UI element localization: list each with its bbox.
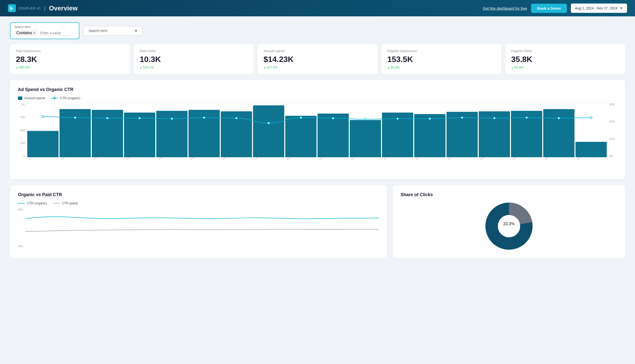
y-axis-left: 1K 750 500 250 0 [18, 103, 25, 158]
filter-operator-value: Contains [16, 31, 32, 35]
x-label: Oct 21, 2024 to... [415, 158, 438, 161]
x-label: Sep 23, 2024 to... [286, 158, 309, 161]
x-label-col: Aug 19, 2024 to... [124, 158, 155, 172]
bars-area [27, 103, 607, 158]
bar-col [414, 103, 445, 157]
y-label-0: 0 [18, 154, 25, 158]
x-label-col: Nov 25, 2024 to... [575, 158, 607, 172]
svg-text:22.3%: 22.3% [503, 222, 514, 226]
get-dashboard-link[interactable]: Get this dashboard for free [483, 6, 527, 10]
line-chart-y-axis: 40% 30% [18, 208, 23, 248]
pie-container: 22.3% [482, 201, 536, 251]
kpi-change-paid-impressions: 500.2% [16, 66, 124, 69]
bar-col [543, 103, 574, 157]
x-label-col: Oct 21, 2024 to... [414, 158, 445, 172]
bar-col [189, 103, 220, 157]
svg-point-4 [54, 97, 56, 99]
bar-col [60, 103, 91, 157]
ad-spend-chart-title: Ad Spend vs Organic CTR [18, 87, 617, 92]
kpi-organic-impressions: Organic Impressions 153.5K 53.3% [381, 44, 501, 74]
coupler-logo-icon [8, 4, 16, 12]
organic-paid-ctr-chart: Organic vs Paid CTR CTR (organic) CTR (p… [10, 185, 387, 258]
share-of-clicks-chart: Share of Clicks 22.3% [393, 185, 625, 258]
y-right-20: 20% [609, 120, 617, 123]
legend-organic-ctr: CTR (organic) [18, 201, 47, 205]
bar-chart-container: 1K 750 500 250 0 [18, 103, 617, 172]
bar-col [511, 103, 542, 157]
chart-area: Jul 29, 2024 to A...Aug 5, 2024 to A...A… [27, 103, 607, 172]
bar-col [318, 103, 349, 157]
bar-col [575, 103, 607, 157]
svg-rect-1 [10, 8, 13, 9]
x-label-col: Oct 7, 2024 to O... [350, 158, 381, 172]
x-label-col: Aug 12, 2024 to... [92, 158, 123, 172]
kpi-value-organic-impressions: 153.5K [387, 55, 495, 64]
x-label-col: Sep 30, 2024 to... [318, 158, 349, 172]
chart-legend: Amount spend CTR (organic) [18, 96, 617, 100]
x-label-col: Nov 18, 2024 to... [543, 158, 574, 172]
y-axis-right: 30% 20% 10% 0% [609, 103, 617, 158]
search-term-dropdown-label: Search term [89, 29, 107, 33]
bar [189, 110, 220, 157]
kpi-row: Paid Impressions 28.3K 500.2% Paid Click… [10, 44, 625, 74]
kpi-change-paid-clicks: 515.1% [140, 66, 248, 69]
filter-operator-arrow-icon: ▼ [33, 32, 36, 34]
logo-area: COUPLER.IO | Overview [8, 4, 78, 12]
main-content: Search term Contains ▼ Search term ▼ Pai… [0, 16, 635, 264]
filter-operator-select[interactable]: Contains ▼ [15, 30, 38, 36]
x-label-col: Sep 2, 2024 to S... [189, 158, 220, 172]
kpi-label-paid-clicks: Paid Clicks [140, 49, 248, 53]
x-label-col: Aug 5, 2024 to A... [60, 158, 91, 172]
legend-organic-label: CTR (organic) [27, 201, 47, 205]
bar-col [285, 103, 317, 157]
kpi-change-organic-impressions: 53.3% [387, 66, 495, 69]
bottom-charts-row: Organic vs Paid CTR CTR (organic) CTR (p… [10, 185, 625, 258]
bar [414, 114, 445, 157]
y-label-500: 500 [18, 129, 25, 132]
x-label-col: Sep 9, 2024 to S... [221, 158, 252, 172]
legend-paid-line-icon [53, 202, 60, 205]
bar [253, 106, 284, 157]
legend-amount-spend: Amount spend [18, 96, 45, 100]
kpi-value-organic-clicks: 35.8K [511, 55, 619, 64]
pie-chart-svg: 22.3% [482, 201, 536, 251]
date-range-value: Aug 1, 2024 - Nov 27, 2024 [575, 6, 617, 10]
pie-wrapper: 22.3% [401, 201, 617, 251]
date-range-picker[interactable]: Aug 1, 2024 - Nov 27, 2024 ▼ [571, 4, 627, 13]
bar [446, 112, 478, 157]
book-demo-button[interactable]: Book a Demo [531, 4, 567, 13]
x-label: Nov 25, 2024 to... [576, 158, 599, 161]
kpi-amount-spend: Amount spend $14.23K 517.6% [257, 44, 377, 74]
bar [511, 111, 542, 157]
y-right-30: 30% [609, 103, 617, 106]
y-30: 30% [18, 245, 23, 248]
y-label-1k: 1K [18, 103, 25, 106]
y-label-250: 250 [18, 142, 25, 144]
filter-controls: Contains ▼ [15, 30, 75, 36]
kpi-change-organic-clicks: 52.4% [511, 66, 619, 69]
x-label: Jul 29, 2024 to A... [28, 158, 51, 161]
kpi-label-paid-impressions: Paid Impressions [16, 49, 124, 53]
x-label-col: Nov 11, 2024 to... [511, 158, 542, 172]
filters-row: Search term Contains ▼ Search term ▼ [10, 22, 625, 39]
date-picker-arrow-icon: ▼ [619, 6, 623, 10]
legend-paid-ctr: CTR (paid) [53, 201, 78, 205]
page-title: Overview [49, 4, 78, 12]
x-label-col: Sep 16, 2024 to... [253, 158, 284, 172]
y-40: 40% [18, 208, 23, 211]
y-right-0: 0% [609, 154, 617, 158]
kpi-value-paid-impressions: 28.3K [16, 55, 124, 64]
line-chart-area [25, 208, 379, 248]
search-term-dropdown-arrow-icon: ▼ [134, 29, 138, 33]
bar-col [221, 103, 252, 157]
filter-value-input[interactable] [40, 30, 69, 36]
y-label-750: 750 [18, 116, 25, 119]
kpi-paid-clicks: Paid Clicks 10.3K 515.1% [134, 44, 254, 74]
search-term-dropdown[interactable]: Search term ▼ [83, 26, 143, 36]
share-clicks-title: Share of Clicks [401, 192, 617, 197]
svg-point-30 [498, 215, 520, 237]
bar-col [124, 103, 155, 157]
x-label-col: Sep 23, 2024 to... [285, 158, 317, 172]
kpi-label-organic-clicks: Organic Clicks [511, 49, 619, 53]
svg-rect-0 [10, 7, 12, 8]
